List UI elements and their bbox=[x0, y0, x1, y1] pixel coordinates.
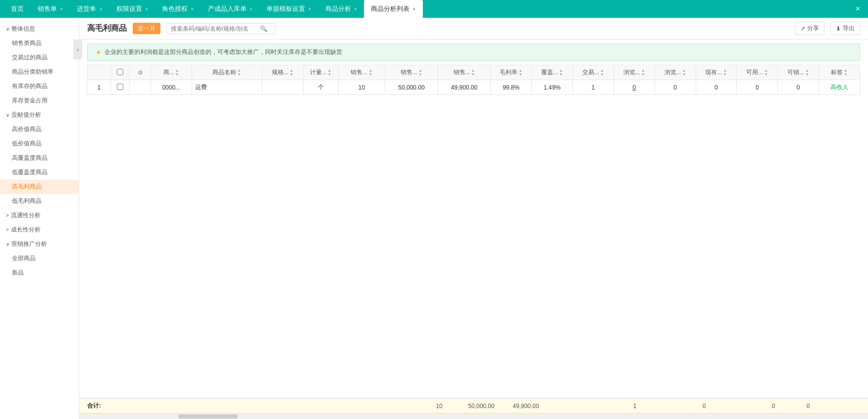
nav-tab-label-3: 权限设置 bbox=[116, 4, 142, 13]
sort-icon-trade[interactable]: ▲▼ bbox=[600, 69, 604, 77]
nav-tab-4[interactable]: 角色授权× bbox=[155, 0, 201, 18]
sort-icon-sale3[interactable]: ▲▼ bbox=[471, 69, 475, 77]
nav-tab-1[interactable]: 销售单× bbox=[31, 0, 70, 18]
col-header-tag[interactable]: 标签▲▼ bbox=[819, 65, 860, 80]
sidebar-item-0-3[interactable]: 有库存的商品 bbox=[0, 79, 79, 93]
col-header-browse1[interactable]: 浏览...▲▼ bbox=[613, 65, 655, 80]
sort-icon-name[interactable]: ▲▼ bbox=[237, 69, 241, 77]
cell-sale3-0: 49,900.00 bbox=[438, 80, 491, 95]
cell-gross-0: 99.8% bbox=[491, 80, 532, 95]
close-all-button[interactable]: × bbox=[852, 2, 864, 15]
sidebar-item-1-0[interactable]: 高价值商品 bbox=[0, 122, 79, 137]
nav-tab-close-5[interactable]: × bbox=[250, 6, 253, 12]
sort-icon-spec[interactable]: ▲▼ bbox=[290, 69, 294, 77]
sort-icon-stock1[interactable]: ▲▼ bbox=[723, 69, 727, 77]
col-label-gross: 毛利率 bbox=[500, 69, 517, 76]
col-label-name: 商品名称 bbox=[212, 69, 236, 76]
col-header-stock1[interactable]: 现有...▲▼ bbox=[696, 65, 737, 80]
nav-tab-8[interactable]: 商品分析列表× bbox=[364, 0, 422, 18]
sidebar-item-1-1[interactable]: 低价值商品 bbox=[0, 137, 79, 151]
col-header-check[interactable] bbox=[111, 65, 130, 80]
browse1-link-0[interactable]: 0 bbox=[632, 84, 636, 91]
sidebar-item-1-2[interactable]: 高覆盖度商品 bbox=[0, 151, 79, 165]
sort-icon-cover[interactable]: ▲▼ bbox=[559, 69, 563, 77]
select-all-checkbox[interactable] bbox=[117, 69, 123, 75]
col-header-trade[interactable]: 交易...▲▼ bbox=[572, 65, 613, 80]
sort-icon-sale2[interactable]: ▲▼ bbox=[418, 69, 422, 77]
nav-tab-close-7[interactable]: × bbox=[354, 6, 357, 12]
sort-icon-gross[interactable]: ▲▼ bbox=[518, 69, 522, 77]
nav-tab-close-4[interactable]: × bbox=[191, 6, 194, 12]
sort-icon-stock2[interactable]: ▲▼ bbox=[764, 69, 768, 77]
col-header-code[interactable]: 商...▲▼ bbox=[151, 65, 192, 80]
sidebar-item-0-0[interactable]: 销售类商品 bbox=[0, 36, 79, 50]
sidebar-group-arrow-3: > bbox=[6, 227, 9, 233]
sidebar-item-0-1[interactable]: 交易过的商品 bbox=[0, 50, 79, 65]
col-header-spec[interactable]: 规格...▲▼ bbox=[262, 65, 303, 80]
horizontal-scrollbar[interactable] bbox=[79, 413, 868, 419]
sidebar-item-1-5[interactable]: 低毛利商品 bbox=[0, 194, 79, 208]
col-header-num[interactable] bbox=[88, 65, 111, 80]
col-header-gross[interactable]: 毛利率▲▼ bbox=[491, 65, 532, 80]
nav-tab-close-3[interactable]: × bbox=[145, 6, 148, 12]
cell-stock2-0: 0 bbox=[737, 80, 778, 95]
search-input[interactable] bbox=[171, 25, 260, 32]
sort-icon-stock3[interactable]: ▲▼ bbox=[805, 69, 809, 77]
sort-icon-code[interactable]: ▲▼ bbox=[175, 69, 179, 77]
sidebar-group-arrow-4: ∨ bbox=[6, 241, 9, 247]
col-header-sale1[interactable]: 销售...▲▼ bbox=[338, 65, 385, 80]
share-button[interactable]: ↗ 分享 bbox=[795, 22, 824, 35]
sort-icon-sale1[interactable]: ▲▼ bbox=[368, 69, 372, 77]
search-icon[interactable]: 🔍 bbox=[260, 25, 267, 32]
col-header-name[interactable]: 商品名称▲▼ bbox=[192, 65, 262, 80]
col-label-browse2: 浏览... bbox=[664, 69, 681, 76]
sidebar-collapse-button[interactable]: « bbox=[73, 40, 82, 59]
col-header-browse2[interactable]: 浏览...▲▼ bbox=[655, 65, 696, 80]
filter-recent-month-button[interactable]: 近一月 bbox=[133, 23, 160, 34]
footer-cell-6 bbox=[390, 403, 419, 410]
col-label-stock2: 可用... bbox=[746, 69, 763, 76]
nav-tab-0[interactable]: 首页 bbox=[4, 0, 31, 18]
tag-badge-0: 高收入 bbox=[830, 84, 848, 91]
col-label-trade: 交易... bbox=[582, 69, 599, 76]
sidebar-item-1-3[interactable]: 低覆盖度商品 bbox=[0, 165, 79, 180]
nav-tab-close-1[interactable]: × bbox=[60, 6, 63, 12]
footer-cell-11 bbox=[583, 403, 617, 410]
col-label-sale1: 销售... bbox=[351, 69, 367, 76]
nav-tab-6[interactable]: 单据模板设置× bbox=[259, 0, 318, 18]
scrollbar-thumb[interactable] bbox=[178, 415, 238, 419]
nav-tab-5[interactable]: 产成品入库单× bbox=[201, 0, 259, 18]
col-header-sale2[interactable]: 销售...▲▼ bbox=[385, 65, 438, 80]
footer-cell-14: 0 bbox=[687, 403, 721, 410]
footer-cell-4 bbox=[296, 403, 355, 410]
sidebar-item-0-2[interactable]: 商品分类助销率 bbox=[0, 65, 79, 79]
col-header-stock2[interactable]: 可用...▲▼ bbox=[737, 65, 778, 80]
sidebar-group-1[interactable]: ∨贡献值分析 bbox=[0, 108, 79, 122]
sidebar-group-3[interactable]: >成长性分析 bbox=[0, 223, 79, 237]
col-header-stock3[interactable]: 可销...▲▼ bbox=[778, 65, 819, 80]
nav-tab-7[interactable]: 商品分析× bbox=[318, 0, 364, 18]
sidebar-group-0[interactable]: ∨整体信息 bbox=[0, 22, 79, 36]
nav-tab-close-8[interactable]: × bbox=[412, 6, 415, 12]
sort-icon-tag[interactable]: ▲▼ bbox=[844, 69, 848, 77]
col-header-unit[interactable]: 计量...▲▼ bbox=[303, 65, 338, 80]
sidebar-item-0-4[interactable]: 库存资金占用 bbox=[0, 93, 79, 108]
sort-icon-browse1[interactable]: ▲▼ bbox=[641, 69, 645, 77]
nav-tab-3[interactable]: 权限设置× bbox=[109, 0, 155, 18]
sidebar-item-4-1[interactable]: 新品 bbox=[0, 266, 79, 280]
sort-icon-browse2[interactable]: ▲▼ bbox=[682, 69, 686, 77]
sort-icon-unit[interactable]: ▲▼ bbox=[328, 69, 332, 77]
sidebar-group-2[interactable]: >流通性分析 bbox=[0, 208, 79, 223]
row-checkbox-0[interactable] bbox=[117, 84, 123, 90]
sidebar-item-1-4[interactable]: 高毛利商品 bbox=[0, 180, 79, 194]
sidebar-item-4-0[interactable]: 全部商品 bbox=[0, 251, 79, 266]
col-header-sale3[interactable]: 销售...▲▼ bbox=[438, 65, 491, 80]
nav-tab-2[interactable]: 进货单× bbox=[70, 0, 109, 18]
col-header-cover[interactable]: 覆盖...▲▼ bbox=[532, 65, 573, 80]
nav-tab-close-6[interactable]: × bbox=[308, 6, 311, 12]
sidebar-group-4[interactable]: ∨营销推广分析 bbox=[0, 237, 79, 251]
export-button[interactable]: ⬇ 导出 bbox=[830, 22, 860, 35]
col-header-gear[interactable]: ⚙ bbox=[130, 65, 151, 80]
nav-tab-close-2[interactable]: × bbox=[99, 6, 102, 12]
cell-check-0 bbox=[111, 80, 130, 95]
